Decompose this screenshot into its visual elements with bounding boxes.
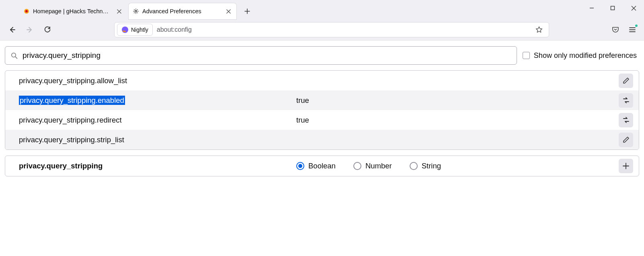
toggle-pref-button[interactable] (619, 113, 633, 127)
pencil-icon (623, 136, 630, 143)
about-config-page: Show only modified preferences privacy.q… (0, 41, 644, 256)
maximize-button[interactable] (602, 0, 623, 16)
search-box[interactable] (5, 46, 517, 65)
radio-icon (296, 162, 304, 170)
identity-box[interactable]: Nightly (117, 24, 153, 36)
pencil-icon (623, 77, 630, 84)
pocket-button[interactable] (608, 22, 623, 37)
gear-icon (133, 8, 139, 14)
close-window-button[interactable] (623, 0, 644, 16)
radio-label: String (422, 162, 441, 170)
search-row: Show only modified preferences (5, 46, 639, 65)
pref-row: privacy.query_stripping.enabledtrue (5, 90, 639, 110)
window-controls (581, 0, 644, 16)
notification-dot-icon (635, 25, 638, 27)
tab-title: Homepage | gHacks Technology News (33, 8, 112, 14)
toggle-icon (622, 116, 630, 124)
show-only-modified-toggle[interactable]: Show only modified preferences (523, 51, 639, 60)
reload-button[interactable] (39, 22, 55, 38)
pref-name[interactable]: privacy.query_stripping.allow_list (19, 76, 292, 85)
tab-advanced-preferences[interactable]: Advanced Preferences (129, 3, 236, 19)
close-tab-button[interactable] (224, 7, 232, 15)
forward-button[interactable] (22, 22, 38, 38)
new-pref-name: privacy.query_stripping (19, 162, 292, 170)
minimize-button[interactable] (581, 0, 602, 16)
edit-pref-button[interactable] (619, 74, 633, 88)
type-radio-string[interactable]: String (410, 162, 441, 170)
pref-name[interactable]: privacy.query_stripping.redirect (19, 116, 292, 125)
search-input[interactable] (23, 51, 511, 60)
back-button[interactable] (4, 22, 20, 38)
svg-rect-3 (611, 6, 615, 10)
pref-row: privacy.query_stripping.strip_list (5, 130, 639, 150)
pref-value: true (292, 96, 619, 105)
toggle-pref-button[interactable] (619, 93, 633, 108)
preferences-table: privacy.query_stripping.allow_listprivac… (5, 70, 639, 150)
edit-pref-button[interactable] (619, 133, 633, 147)
svg-point-1 (25, 10, 28, 12)
hamburger-menu-button[interactable] (625, 22, 640, 37)
svg-point-2 (135, 10, 137, 12)
firefox-nightly-icon (121, 26, 129, 33)
type-radio-boolean[interactable]: Boolean (296, 162, 336, 170)
add-pref-button[interactable] (619, 159, 633, 173)
radio-icon (410, 162, 418, 170)
new-preference-row: privacy.query_stripping BooleanNumberStr… (5, 156, 639, 176)
new-pref-type-radios: BooleanNumberString (292, 162, 619, 170)
new-tab-button[interactable] (240, 4, 254, 18)
pref-name[interactable]: privacy.query_stripping.enabled (19, 96, 292, 105)
search-icon (11, 52, 18, 59)
tab-ghacks[interactable]: Homepage | gHacks Technology News (19, 3, 127, 19)
bookmark-star-button[interactable] (533, 24, 545, 35)
close-tab-button[interactable] (115, 7, 123, 15)
toggle-icon (622, 96, 630, 104)
pref-row: privacy.query_stripping.allow_list (5, 71, 639, 90)
tab-strip: Homepage | gHacks Technology News Advanc… (0, 0, 644, 19)
radio-label: Number (365, 162, 392, 170)
radio-icon (353, 162, 361, 170)
pref-row: privacy.query_stripping.redirecttrue (5, 110, 639, 130)
tab-title: Advanced Preferences (142, 8, 221, 14)
browser-chrome: Homepage | gHacks Technology News Advanc… (0, 0, 644, 41)
pref-value: true (292, 116, 619, 125)
checkbox-icon (523, 52, 530, 59)
url-text: about:config (157, 26, 529, 33)
type-radio-number[interactable]: Number (353, 162, 392, 170)
pref-name[interactable]: privacy.query_stripping.strip_list (19, 135, 292, 144)
url-bar[interactable]: Nightly about:config (114, 22, 549, 37)
show-only-label: Show only modified preferences (534, 51, 637, 60)
nav-toolbar: Nightly about:config (0, 19, 644, 40)
radio-label: Boolean (308, 162, 336, 170)
identity-label: Nightly (131, 27, 148, 33)
ghacks-favicon-icon (23, 8, 30, 14)
